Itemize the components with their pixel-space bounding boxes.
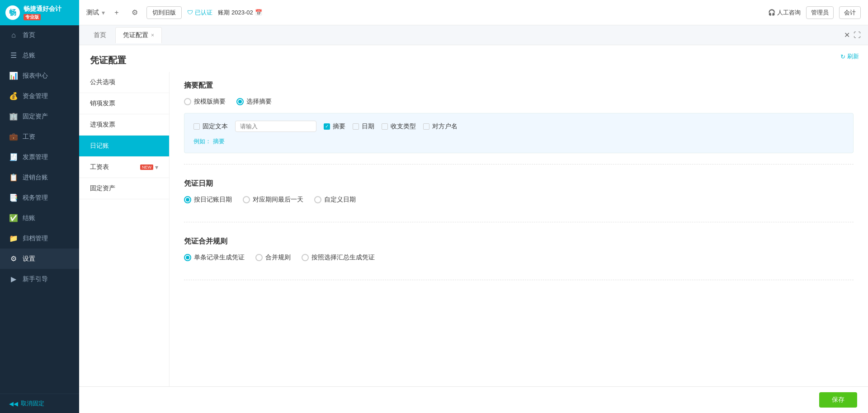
sidebar-item-invoice[interactable]: 🧾 发票管理 (0, 147, 79, 167)
sidebar: 畅 畅捷通好会计 专业版 ⌂ 首页 ☰ 总账 📊 报表中心 💰 资金管理 🏢 固… (0, 0, 79, 413)
fixed-text-label: 固定文本 (203, 122, 228, 131)
config-nav: 公共选项 销项发票 进项发票 日记账 工资表 NEW (79, 72, 170, 413)
nav-item-diary[interactable]: 日记账 (79, 136, 169, 157)
radio-diary-date[interactable]: 按日记账日期 (184, 196, 232, 204)
nav-item-public[interactable]: 公共选项 (79, 72, 169, 93)
checkbox-fixed-text[interactable]: 固定文本 (193, 122, 228, 131)
radio-circle-aggregate (302, 254, 309, 261)
save-button[interactable]: 保存 (819, 392, 857, 408)
checkbox-payment-type[interactable]: 收支类型 (382, 122, 416, 131)
checkbox-counterparty[interactable]: 对方户名 (423, 122, 458, 131)
accountant-btn[interactable]: 会计 (839, 6, 861, 19)
sidebar-item-home[interactable]: ⌂ 首页 (0, 25, 79, 45)
sidebar-item-purchase[interactable]: 📋 进销台账 (0, 167, 79, 188)
tab-home-label: 首页 (94, 31, 106, 39)
settings-btn[interactable]: ⚙ (128, 6, 141, 19)
topbar-project: 测试 ▾ (86, 9, 105, 17)
add-btn[interactable]: + (110, 6, 123, 19)
sidebar-item-label: 税务管理 (23, 194, 48, 202)
summary-radio-group: 按模版摘要 选择摘要 (184, 98, 854, 106)
sidebar-item-fund[interactable]: 💰 资金管理 (0, 86, 79, 106)
nav-item-sales[interactable]: 销项发票 (79, 93, 169, 114)
summary-config-row: 固定文本 ✓ 摘要 日期 (193, 121, 844, 132)
manager-btn[interactable]: 管理员 (806, 6, 834, 19)
sidebar-item-label: 归档管理 (23, 235, 48, 243)
checkbox-summary-label: 摘要 (333, 122, 345, 131)
radio-label: 自定义日期 (324, 196, 356, 204)
tab-home[interactable]: 首页 (86, 28, 113, 43)
radio-aggregate[interactable]: 按照选择汇总生成凭证 (302, 253, 375, 262)
radio-custom-date[interactable]: 自定义日期 (314, 196, 356, 204)
checkbox-date-label: 日期 (362, 122, 374, 131)
sidebar-logo: 畅 畅捷通好会计 专业版 (0, 0, 79, 25)
checkbox-square-counterparty (423, 123, 429, 130)
window-expand-icon[interactable]: ⛶ (854, 31, 861, 39)
report-icon: 📊 (9, 71, 18, 80)
merge-section: 凭证合并规则 单条记录生成凭证 合并规则 (184, 237, 854, 280)
radio-merge-rule[interactable]: 合并规则 (255, 253, 291, 262)
nav-item-purchase[interactable]: 进项发票 (79, 114, 169, 136)
sidebar-item-tax[interactable]: 📑 税务管理 (0, 188, 79, 208)
sidebar-item-asset[interactable]: 🏢 固定资产 (0, 106, 79, 127)
merge-radio-group: 单条记录生成凭证 合并规则 按照选择汇总生成凭证 (184, 253, 854, 262)
topbar: 测试 ▾ + ⚙ 切到旧版 🛡 已认证 账期 2023-02 📅 🎧 人工咨询 … (79, 0, 868, 25)
radio-label: 合并规则 (265, 253, 291, 262)
sidebar-item-ledger[interactable]: ☰ 总账 (0, 45, 79, 66)
tab-voucher-config[interactable]: 凭证配置 × (115, 27, 162, 43)
consult-btn[interactable]: 🎧 人工咨询 (768, 9, 801, 17)
radio-circle-period (243, 196, 250, 203)
sidebar-item-report[interactable]: 📊 报表中心 (0, 66, 79, 86)
guide-icon: ▶ (9, 275, 18, 283)
new-badge: NEW (140, 164, 153, 170)
tab-close-icon[interactable]: × (151, 32, 154, 38)
refresh-btn[interactable]: ↻ 刷新 (840, 52, 859, 61)
page-container: 凭证配置 ↻ 刷新 公共选项 销项发票 进项发票 (79, 45, 868, 413)
config-content: 摘要配置 按模版摘要 选择摘要 (170, 72, 868, 413)
cancel-fixed-label: 取消固定 (21, 399, 44, 408)
period-value: 2023-02 (231, 9, 253, 16)
chevron-down-icon[interactable]: ▾ (102, 9, 105, 16)
certified-text: 已认证 (195, 9, 212, 17)
cancel-fixed-btn[interactable]: ◀◀ 取消固定 (0, 394, 79, 413)
calendar-icon[interactable]: 📅 (255, 9, 262, 16)
sidebar-item-salary[interactable]: 💼 工资 (0, 127, 79, 147)
tab-voucher-label: 凭证配置 (123, 31, 148, 39)
window-close-icon[interactable]: ✕ (844, 31, 850, 39)
sidebar-item-label: 发票管理 (23, 153, 48, 161)
checkbox-date[interactable]: 日期 (353, 122, 374, 131)
radio-single-record[interactable]: 单条记录生成凭证 (184, 253, 245, 262)
chevron-down-icon: ▾ (155, 164, 158, 171)
nav-item-label: 工资表 (90, 163, 109, 171)
radio-template-summary[interactable]: 按模版摘要 (184, 98, 226, 106)
sidebar-item-label: 首页 (23, 31, 35, 39)
nav-item-label: 进项发票 (90, 121, 115, 128)
logo-icon: 畅 (5, 5, 20, 20)
nav-item-label: 销项发票 (90, 99, 115, 107)
inner-layout: 公共选项 销项发票 进项发票 日记账 工资表 NEW (79, 72, 868, 413)
nav-item-asset[interactable]: 固定资产 (79, 178, 169, 199)
sidebar-item-archive[interactable]: 📁 归档管理 (0, 228, 79, 249)
checkbox-summary[interactable]: ✓ 摘要 (324, 122, 345, 131)
refresh-text: 刷新 (847, 52, 859, 61)
radio-select-summary[interactable]: 选择摘要 (236, 98, 272, 106)
settings-icon: ⚙ (9, 254, 18, 263)
sidebar-item-guide[interactable]: ▶ 新手引导 (0, 269, 79, 289)
sidebar-item-settings[interactable]: ⚙ 设置 (0, 249, 79, 269)
sidebar-item-label: 资金管理 (23, 92, 48, 100)
nav-item-salary[interactable]: 工资表 NEW ▾ (79, 157, 169, 178)
switch-version-btn[interactable]: 切到旧版 (146, 6, 182, 19)
home-icon: ⌂ (9, 31, 18, 39)
main-area: 测试 ▾ + ⚙ 切到旧版 🛡 已认证 账期 2023-02 📅 🎧 人工咨询 … (79, 0, 868, 413)
sidebar-scroll: ⌂ 首页 ☰ 总账 📊 报表中心 💰 资金管理 🏢 固定资产 💼 工资 🧾 发票… (0, 25, 79, 394)
radio-label: 按照选择汇总生成凭证 (311, 253, 375, 262)
radio-period-last[interactable]: 对应期间最后一天 (243, 196, 303, 204)
sidebar-item-close[interactable]: ✅ 结账 (0, 208, 79, 228)
archive-icon: 📁 (9, 234, 18, 243)
date-title: 凭证日期 (184, 179, 854, 188)
fixed-text-input[interactable] (235, 121, 316, 132)
radio-label: 按模版摘要 (194, 98, 226, 106)
page-title: 凭证配置 (90, 54, 857, 66)
radio-circle-diary (184, 196, 191, 203)
radio-circle-merge (255, 254, 263, 261)
save-bar: 保存 (79, 386, 868, 413)
